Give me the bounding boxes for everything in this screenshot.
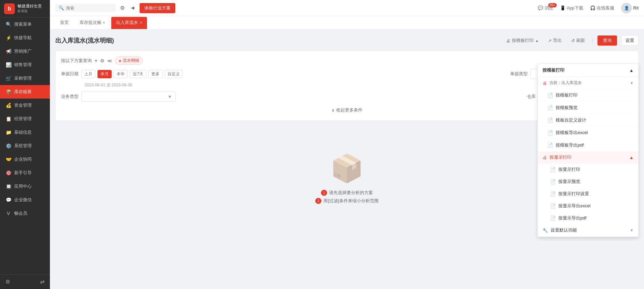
doc-type-label: 单据类型 <box>510 71 528 77</box>
tab-flow[interactable]: 出入库流水 × <box>111 17 147 29</box>
dropdown-item-display-preview[interactable]: 📄 按显示预览 <box>538 176 638 188</box>
chevron-up-icon: ▲ <box>535 39 538 43</box>
tab-home[interactable]: 首页 <box>55 17 74 29</box>
separator-v: | <box>592 37 593 44</box>
tab-label-home: 首页 <box>60 20 69 25</box>
sidebar-item-collab[interactable]: 🤝 企业协同 <box>0 153 50 166</box>
dropdown-item-template-preview[interactable]: 📄 按模板预览 <box>538 102 638 114</box>
logo-badge: 标准版 <box>18 9 42 14</box>
default-settings[interactable]: 🔧 设置默认功能 ▼ <box>538 224 638 237</box>
dropdown-item-template-custom[interactable]: 📄 模板自定义设计 <box>538 114 638 127</box>
collapse-icon[interactable]: ⇄ <box>40 279 45 285</box>
add-filter-icon[interactable]: + <box>94 58 97 64</box>
sidebar-item-system[interactable]: ⚙️ 系统管理 <box>0 139 50 153</box>
current-arrow: ▼ <box>630 81 634 85</box>
dropdown-current[interactable]: 🖨 当前：出入库流水 ▼ <box>538 77 638 89</box>
date-btn-近7天[interactable]: 近7天 <box>130 70 146 78</box>
dropdown-item-template-export-excel[interactable]: 📄 按模板导出excel <box>538 127 638 139</box>
tag-icon: ● <box>119 58 121 63</box>
tabs-bar: 首页库存批次账 ×出入库流水 × <box>50 16 644 30</box>
search-box[interactable]: 🔍 <box>55 4 116 12</box>
tab-close-batch[interactable]: × <box>103 20 105 25</box>
dropdown-item-template-export-pdf[interactable]: 📄 按模板导出pdf <box>538 139 638 152</box>
sidebar-item-search[interactable]: 🔍 搜索菜单 <box>0 18 50 31</box>
sidebar-item-basic[interactable]: 📁 基础信息 <box>0 126 50 139</box>
dropdown-item-display-export-excel[interactable]: 📄 按显示导出excel <box>538 200 638 212</box>
sidebar-icon-finance: 💰 <box>5 102 11 108</box>
sidebar-item-finance[interactable]: 💰 资金管理 <box>0 99 50 112</box>
sidebar: b 畅捷通好生意 标准版 🔍 搜索菜单 ⚡ 快捷导航 📢 营销推广 📊 销售管理… <box>0 0 50 289</box>
query-button[interactable]: 查询 <box>597 35 617 46</box>
date-btn-更多[interactable]: 更多 <box>148 70 163 78</box>
sidebar-item-quicknav[interactable]: ⚡ 快捷导航 <box>0 31 50 45</box>
empty-tip-1: 1 请先选择要分析的方案 <box>321 190 373 196</box>
sidebar-item-inventory[interactable]: 📦 库存核算 <box>0 85 50 99</box>
refresh-button[interactable]: ↺ 刷新 <box>568 36 588 45</box>
dropdown-header[interactable]: 按模板打印 ▲ <box>538 64 638 77</box>
dropdown-item-display-print[interactable]: 📄 按显示打印 <box>538 163 638 176</box>
dropdown-item-display-print-settings[interactable]: 📄 按显示打印设置 <box>538 188 638 200</box>
display-section-arrow: ▲ <box>629 155 634 160</box>
sidebar-item-operations[interactable]: 📋 经营管理 <box>0 112 50 126</box>
sidebar-label-apps: 应用中心 <box>14 183 32 189</box>
app-download-item[interactable]: 📱 App下载 <box>560 5 583 11</box>
sidebar-item-purchase[interactable]: 🛒 采购管理 <box>0 72 50 85</box>
gear-icon[interactable]: ⚙ <box>120 5 125 11</box>
sidebar-icon-sales: 📊 <box>5 62 11 68</box>
export-icon: ↗ <box>548 38 552 43</box>
user-item[interactable]: 👤 Rit <box>621 3 639 14</box>
topbar: 🔍 ⚙ ▼ 体验行业方案 💬 消息 99+ 📱 App下载 🎧 在线客服 👤 R… <box>50 0 644 16</box>
trial-button[interactable]: 体验行业方案 <box>140 3 175 13</box>
settings-button[interactable]: 设置 <box>621 35 639 46</box>
sidebar-label-system: 系统管理 <box>14 143 32 149</box>
filter-active-tag: ● 流水明细 <box>115 56 142 65</box>
date-btn-本年[interactable]: 本年 <box>114 70 128 78</box>
date-btn-本月[interactable]: 本月 <box>97 70 112 78</box>
item-icon-display-print-settings: 📄 <box>550 191 556 196</box>
sidebar-logo: b 畅捷通好生意 标准版 <box>0 0 50 18</box>
sidebar-icon-quicknav: ⚡ <box>5 35 11 41</box>
settings-filter-icon[interactable]: ⚙ <box>100 58 105 63</box>
sidebar-label-vip: 畅会员 <box>14 210 27 216</box>
sidebar-label-operations: 经营管理 <box>14 116 32 122</box>
sidebar-item-guide[interactable]: 🎯 新手引导 <box>0 166 50 180</box>
sidebar-item-sales[interactable]: 📊 销售管理 <box>0 58 50 72</box>
collapse-filter-icon[interactable]: ≪ <box>107 58 112 63</box>
sidebar-icon-guide: 🎯 <box>5 170 11 176</box>
date-btn-自定义[interactable]: 自定义 <box>165 70 183 78</box>
tab-batch[interactable]: 库存批次账 × <box>75 17 110 29</box>
app-download-label: App下载 <box>567 5 583 11</box>
item-icon-display-export-pdf: 📄 <box>550 215 556 221</box>
sidebar-item-vip[interactable]: V 畅会员 <box>0 207 50 220</box>
item-icon-template-preview: 📄 <box>547 105 553 110</box>
sidebar-icon-apps: 🔲 <box>5 183 11 189</box>
settings-icon[interactable]: ⚙ <box>5 279 10 285</box>
biz-select-arrow-icon: ▼ <box>168 94 172 99</box>
item-icon-template-custom: 📄 <box>547 117 553 123</box>
app-icon: 📱 <box>560 5 565 10</box>
tab-close-flow[interactable]: × <box>140 20 142 25</box>
display-section-header[interactable]: 🖨 按显示打印 ▲ <box>538 152 638 163</box>
chevron-down-icon[interactable]: ▼ <box>130 5 136 11</box>
item-label-template-custom: 模板自定义设计 <box>556 117 586 123</box>
dropdown-panel: 按模板打印 ▲ 🖨 当前：出入库流水 ▼ 📄 按模板打印📄 按模板预览📄 模板自… <box>537 63 639 237</box>
biz-type-select[interactable]: ▼ <box>81 91 176 102</box>
dropdown-item-template-print[interactable]: 📄 按模板打印 <box>538 89 638 102</box>
sidebar-item-marketing[interactable]: 📢 营销推广 <box>0 45 50 58</box>
sidebar-item-wechat[interactable]: 💬 企业微信 <box>0 193 50 207</box>
message-item[interactable]: 💬 消息 99+ <box>538 5 553 11</box>
export-button[interactable]: ↗ 导出 <box>545 36 564 45</box>
sidebar-item-apps[interactable]: 🔲 应用中心 <box>0 180 50 193</box>
search-input[interactable] <box>66 6 107 10</box>
online-service-item[interactable]: 🎧 在线客服 <box>590 5 614 11</box>
dropdown-item-display-export-pdf[interactable]: 📄 按显示导出pdf <box>538 212 638 224</box>
date-btn-上月[interactable]: 上月 <box>81 70 95 78</box>
sidebar-icon-inventory: 📦 <box>5 89 11 95</box>
sidebar-label-sales: 销售管理 <box>14 62 32 68</box>
item-icon-template-export-pdf: 📄 <box>547 142 553 148</box>
item-label-template-preview: 按模板预览 <box>556 105 578 111</box>
biz-type-label: 业务类型 <box>61 94 79 100</box>
default-arrow: ▼ <box>630 228 634 232</box>
template-print-button[interactable]: 🖨 按模板打印 ▲ <box>503 36 541 45</box>
sidebar-label-quicknav: 快捷导航 <box>14 35 32 41</box>
